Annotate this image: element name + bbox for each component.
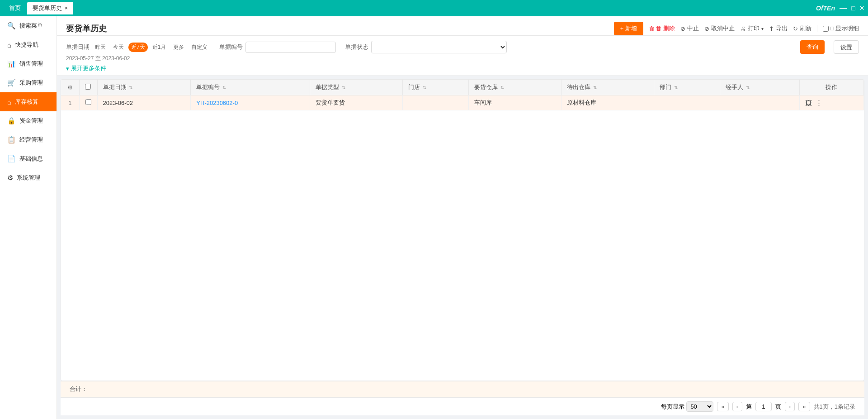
th-req-warehouse[interactable]: 要货仓库 ⇅: [469, 80, 561, 95]
date-btn-yesterday[interactable]: 昨天: [92, 43, 108, 52]
th-doc-number[interactable]: 单据编号 ⇅: [191, 80, 310, 95]
display-detail-checkbox[interactable]: [823, 26, 829, 32]
date-btn-custom[interactable]: 自定义: [189, 43, 210, 52]
th-doc-type[interactable]: 单据类型 ⇅: [310, 80, 403, 95]
operations-mgmt-icon: 📋: [7, 136, 16, 144]
row-checkbox[interactable]: [79, 95, 97, 110]
cell-department: [654, 95, 720, 110]
more-icon[interactable]: ⋮: [816, 99, 822, 107]
cancel-stop-icon: ⊘: [704, 25, 709, 32]
sidebar-item-finance-mgmt[interactable]: 🔒 资金管理: [0, 111, 57, 130]
content-area: 要货单历史 + 新增 🗑 🗑 删除 ⊘ 中止 ⊘ 取消中止 🖨 打印: [57, 16, 868, 419]
prev-page-button[interactable]: ‹: [732, 402, 742, 411]
per-page-label: 每页显示: [661, 403, 684, 411]
sidebar-item-system-mgmt[interactable]: ⚙ 系统管理: [0, 168, 57, 187]
refresh-button[interactable]: ↻ 刷新: [793, 23, 811, 34]
print-button[interactable]: 🖨 打印 ▾: [740, 23, 764, 34]
th-doc-date[interactable]: 单据日期 ⇅: [97, 80, 191, 95]
main-layout: 🔍 搜索菜单 ⌂ 快捷导航 📊 销售管理 🛒 采购管理 ⌂ 库存核算 🔒 资金管…: [0, 16, 868, 419]
sidebar-item-sales-mgmt[interactable]: 📊 销售管理: [0, 54, 57, 73]
page-header: 要货单历史 + 新增 🗑 🗑 删除 ⊘ 中止 ⊘ 取消中止 🖨 打印: [57, 16, 868, 36]
cell-doc-type: 要货单要货: [310, 95, 403, 110]
goto-label: 第: [746, 403, 752, 411]
maximize-button[interactable]: □: [851, 5, 855, 12]
sidebar-item-label: 基础信息: [19, 155, 43, 163]
refresh-icon: ↻: [793, 25, 798, 32]
expand-more-btn[interactable]: ▾ 展开更多条件: [66, 64, 859, 72]
row-select-checkbox[interactable]: [85, 99, 91, 105]
sidebar-item-label: 销售管理: [19, 60, 43, 68]
per-page-group: 每页显示 50 10 20 100: [661, 401, 713, 412]
doc-number-link[interactable]: YH-20230602-0: [196, 100, 238, 106]
sidebar-item-basic-info[interactable]: 📄 基础信息: [0, 149, 57, 168]
filter-section: 单据日期 昨天 今天 近7天 近1月 更多 自定义 单据编号: [57, 36, 868, 76]
th-department[interactable]: 部门 ⇅: [654, 80, 720, 95]
tab-home[interactable]: 首页: [4, 2, 26, 14]
date-btn-1month[interactable]: 近1月: [150, 43, 169, 52]
date-btn-7days[interactable]: 近7天: [128, 43, 148, 52]
stop-button[interactable]: ⊘ 中止: [680, 23, 699, 34]
th-checkbox[interactable]: [79, 80, 97, 95]
last-page-button[interactable]: »: [798, 402, 810, 411]
table-row[interactable]: 1 2023-06-02 YH-20230602-0 要货单要货 车间库 原材料…: [61, 95, 864, 110]
total-pages-info: 共1页，1条记录: [814, 403, 855, 411]
display-detail-label: □ 显示明细: [830, 24, 859, 33]
delete-icon: 🗑: [649, 25, 655, 32]
cell-doc-date: 2023-06-02: [97, 95, 191, 110]
sidebar-item-label: 快捷导航: [15, 41, 38, 49]
tab-requisition-history[interactable]: 要货单历史 ×: [27, 2, 73, 14]
toolbar-separator: [817, 25, 817, 32]
delete-button[interactable]: 🗑 🗑 删除: [649, 23, 675, 34]
page-input[interactable]: [755, 402, 772, 411]
sidebar-item-operations-mgmt[interactable]: 📋 经营管理: [0, 130, 57, 149]
th-handler[interactable]: 经手人 ⇅: [720, 80, 799, 95]
print-dropdown-icon: ▾: [761, 26, 764, 31]
date-options: 昨天 今天 近7天 近1月 更多 自定义: [92, 43, 210, 52]
display-detail-toggle[interactable]: □ 显示明细: [823, 24, 859, 33]
settings-button[interactable]: 设置: [834, 40, 859, 54]
query-button[interactable]: 查询: [800, 40, 825, 54]
sort-req-warehouse-icon: ⇅: [500, 85, 504, 90]
sidebar-item-label: 资金管理: [19, 117, 43, 125]
expand-more-label: 展开更多条件: [71, 64, 106, 72]
stop-icon: ⊘: [680, 25, 685, 32]
first-page-button[interactable]: «: [717, 402, 728, 411]
th-store[interactable]: 门店 ⇅: [403, 80, 469, 95]
export-button[interactable]: ⬆ 导出: [769, 23, 788, 34]
table-settings-icon[interactable]: ⚙: [67, 84, 73, 91]
th-settings[interactable]: ⚙: [61, 80, 79, 95]
date-btn-more[interactable]: 更多: [170, 43, 187, 52]
sidebar-item-inventory[interactable]: ⌂ 库存核算: [0, 92, 57, 111]
cell-doc-number[interactable]: YH-20230602-0: [191, 95, 310, 110]
system-mgmt-icon: ⚙: [7, 174, 13, 182]
per-page-select[interactable]: 50 10 20 100: [686, 401, 713, 412]
sidebar-item-label: 搜索菜单: [19, 22, 43, 30]
close-tab-icon[interactable]: ×: [65, 5, 68, 11]
doc-number-label: 单据编号: [219, 43, 243, 51]
sidebar: 🔍 搜索菜单 ⌂ 快捷导航 📊 销售管理 🛒 采购管理 ⌂ 库存核算 🔒 资金管…: [0, 16, 57, 419]
sidebar-item-purchase-mgmt[interactable]: 🛒 采购管理: [0, 73, 57, 92]
next-page-button[interactable]: ›: [785, 402, 795, 411]
sidebar-item-quick-nav[interactable]: ⌂ 快捷导航: [0, 35, 57, 54]
close-window-button[interactable]: ×: [859, 4, 864, 13]
cancel-stop-button[interactable]: ⊘ 取消中止: [704, 23, 735, 34]
table-area: ⚙ 单据日期 ⇅ 单据编号 ⇅: [61, 79, 864, 381]
sidebar-item-label: 系统管理: [17, 174, 40, 182]
sidebar-item-search-menu[interactable]: 🔍 搜索菜单: [0, 16, 57, 35]
top-bar: 首页 要货单历史 × OfTEn — □ ×: [0, 0, 868, 16]
cell-req-warehouse: 车间库: [469, 95, 561, 110]
select-all-checkbox[interactable]: [85, 84, 91, 90]
new-button[interactable]: + 新增: [614, 22, 643, 35]
minimize-button[interactable]: —: [840, 4, 847, 12]
page-label: 页: [775, 403, 781, 411]
sidebar-item-label: 采购管理: [19, 79, 43, 87]
date-btn-today[interactable]: 今天: [110, 43, 127, 52]
doc-number-input[interactable]: [245, 42, 336, 53]
sort-doc-number-icon: ⇅: [222, 85, 226, 90]
cell-pending-warehouse: 原材料仓库: [561, 95, 654, 110]
window-controls: OfTEn — □ ×: [816, 4, 864, 13]
doc-status-select[interactable]: [371, 41, 507, 53]
search-menu-icon: 🔍: [7, 22, 16, 30]
th-pending-warehouse[interactable]: 待出仓库 ⇅: [561, 80, 654, 95]
view-icon[interactable]: 🖼: [805, 99, 812, 107]
